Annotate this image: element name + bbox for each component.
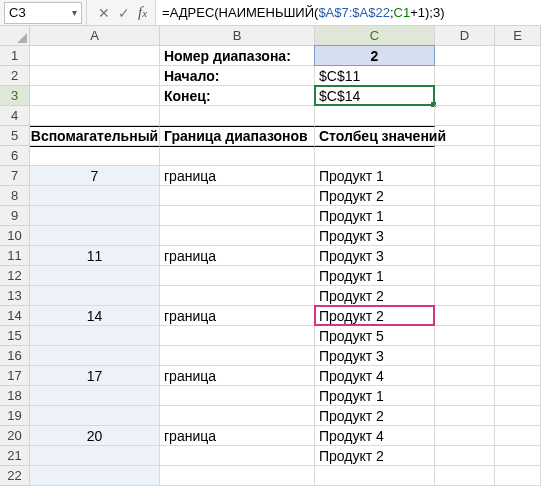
cell-D4[interactable] bbox=[435, 106, 495, 126]
cell-blank[interactable] bbox=[495, 306, 541, 326]
row-header[interactable]: 21 bbox=[0, 446, 30, 466]
cell-A4[interactable] bbox=[30, 106, 160, 126]
cell-aux[interactable] bbox=[30, 186, 160, 206]
cell-blank[interactable] bbox=[435, 186, 495, 206]
cell-blank[interactable] bbox=[435, 426, 495, 446]
header-aux[interactable]: Вспомагательный bbox=[30, 126, 160, 146]
cell-aux[interactable]: 11 bbox=[30, 246, 160, 266]
cell-blank[interactable] bbox=[435, 406, 495, 426]
cell-bound[interactable]: граница bbox=[160, 426, 315, 446]
cell-aux[interactable]: 20 bbox=[30, 426, 160, 446]
cell-val[interactable]: Продукт 2 bbox=[315, 286, 435, 306]
row-header[interactable]: 7 bbox=[0, 166, 30, 186]
cell-D3[interactable] bbox=[435, 86, 495, 106]
cell-blank[interactable] bbox=[495, 366, 541, 386]
cell-aux[interactable] bbox=[30, 326, 160, 346]
cell-val[interactable] bbox=[315, 466, 435, 486]
cell-blank[interactable] bbox=[495, 326, 541, 346]
cell-val[interactable]: Продукт 3 bbox=[315, 226, 435, 246]
cell-B1[interactable]: Номер диапазона: bbox=[160, 46, 315, 66]
cell-D6[interactable] bbox=[435, 146, 495, 166]
cell-D5[interactable] bbox=[435, 126, 495, 146]
row-header[interactable]: 5 bbox=[0, 126, 30, 146]
cell-C4[interactable] bbox=[315, 106, 435, 126]
name-box[interactable]: C3 ▾ bbox=[4, 2, 82, 24]
cell-bound[interactable]: граница bbox=[160, 246, 315, 266]
col-header-e[interactable]: E bbox=[495, 26, 541, 46]
row-header[interactable]: 6 bbox=[0, 146, 30, 166]
cancel-icon[interactable]: ✕ bbox=[98, 6, 110, 20]
cell-val[interactable]: Продукт 5 bbox=[315, 326, 435, 346]
cell-blank[interactable] bbox=[495, 446, 541, 466]
row-header[interactable]: 2 bbox=[0, 66, 30, 86]
col-header-b[interactable]: B bbox=[160, 26, 315, 46]
cell-C14[interactable]: Продукт 2 bbox=[315, 306, 435, 326]
cell-val[interactable]: Продукт 3 bbox=[315, 246, 435, 266]
cell-val[interactable]: Продукт 1 bbox=[315, 166, 435, 186]
cell-blank[interactable] bbox=[495, 246, 541, 266]
cell-bound[interactable] bbox=[160, 466, 315, 486]
cell-bound[interactable] bbox=[160, 446, 315, 466]
cell-blank[interactable] bbox=[495, 266, 541, 286]
cell-blank[interactable] bbox=[435, 366, 495, 386]
cell-blank[interactable] bbox=[435, 206, 495, 226]
cell-B6[interactable] bbox=[160, 146, 315, 166]
header-bound[interactable]: Граница диапазонов bbox=[160, 126, 315, 146]
cell-E2[interactable] bbox=[495, 66, 541, 86]
row-header[interactable]: 1 bbox=[0, 46, 30, 66]
row-header[interactable]: 3 bbox=[0, 86, 30, 106]
cell-aux[interactable]: 14 bbox=[30, 306, 160, 326]
row-header[interactable]: 15 bbox=[0, 326, 30, 346]
fx-icon[interactable]: fx bbox=[138, 5, 147, 20]
row-header[interactable]: 14 bbox=[0, 306, 30, 326]
cell-bound[interactable]: граница bbox=[160, 366, 315, 386]
cell-aux[interactable] bbox=[30, 406, 160, 426]
row-header[interactable]: 20 bbox=[0, 426, 30, 446]
cell-val[interactable]: Продукт 1 bbox=[315, 266, 435, 286]
cell-blank[interactable] bbox=[435, 326, 495, 346]
grid[interactable]: A B C D E 1 Номер диапазона: 2 2 Начало:… bbox=[0, 26, 541, 486]
cell-aux[interactable]: 17 bbox=[30, 366, 160, 386]
cell-C6[interactable] bbox=[315, 146, 435, 166]
cell-aux[interactable] bbox=[30, 466, 160, 486]
cell-blank[interactable] bbox=[495, 406, 541, 426]
cell-E1[interactable] bbox=[495, 46, 541, 66]
select-all-corner[interactable] bbox=[0, 26, 30, 46]
cell-bound[interactable] bbox=[160, 346, 315, 366]
row-header[interactable]: 9 bbox=[0, 206, 30, 226]
cell-blank[interactable] bbox=[435, 286, 495, 306]
col-header-a[interactable]: A bbox=[30, 26, 160, 46]
cell-blank[interactable] bbox=[495, 466, 541, 486]
row-header[interactable]: 22 bbox=[0, 466, 30, 486]
cell-bound[interactable] bbox=[160, 386, 315, 406]
cell-bound[interactable] bbox=[160, 406, 315, 426]
row-header[interactable]: 16 bbox=[0, 346, 30, 366]
cell-blank[interactable] bbox=[495, 286, 541, 306]
row-header[interactable]: 8 bbox=[0, 186, 30, 206]
header-valcol[interactable]: Столбец значений bbox=[315, 126, 435, 146]
cell-aux[interactable] bbox=[30, 446, 160, 466]
cell-aux[interactable] bbox=[30, 286, 160, 306]
cell-aux[interactable]: 7 bbox=[30, 166, 160, 186]
row-header[interactable]: 18 bbox=[0, 386, 30, 406]
cell-A6[interactable] bbox=[30, 146, 160, 166]
col-header-d[interactable]: D bbox=[435, 26, 495, 46]
cell-bound[interactable] bbox=[160, 186, 315, 206]
cell-val[interactable]: Продукт 2 bbox=[315, 406, 435, 426]
row-header[interactable]: 17 bbox=[0, 366, 30, 386]
cell-blank[interactable] bbox=[495, 186, 541, 206]
cell-val[interactable]: Продукт 3 bbox=[315, 346, 435, 366]
cell-aux[interactable] bbox=[30, 206, 160, 226]
cell-blank[interactable] bbox=[495, 346, 541, 366]
cell-bound[interactable] bbox=[160, 326, 315, 346]
cell-bound[interactable]: граница bbox=[160, 306, 315, 326]
cell-aux[interactable] bbox=[30, 346, 160, 366]
cell-C2[interactable]: $C$11 bbox=[315, 66, 435, 86]
cell-val[interactable]: Продукт 2 bbox=[315, 186, 435, 206]
cell-A1[interactable] bbox=[30, 46, 160, 66]
cell-bound[interactable] bbox=[160, 226, 315, 246]
cell-blank[interactable] bbox=[435, 346, 495, 366]
row-header[interactable]: 10 bbox=[0, 226, 30, 246]
cell-blank[interactable] bbox=[495, 426, 541, 446]
cell-aux[interactable] bbox=[30, 266, 160, 286]
